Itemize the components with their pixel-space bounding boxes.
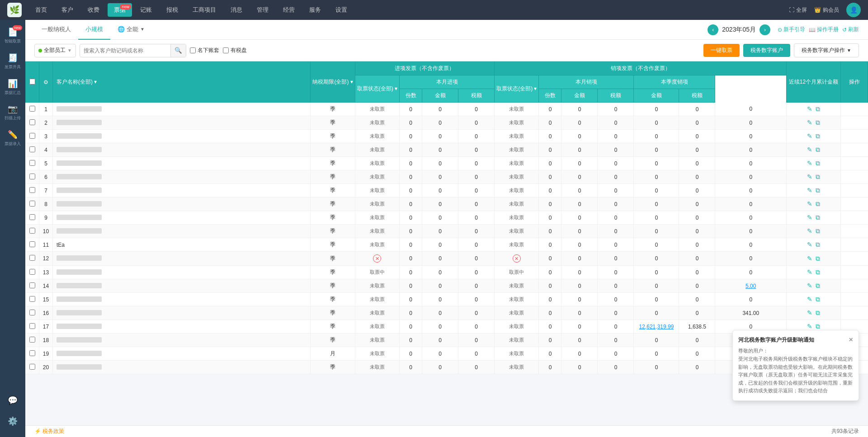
sidebar-bottom-settings[interactable]: ⚙️ [1,413,24,430]
sidebar-bottom-message[interactable]: 💬 [1,392,24,409]
header-customer-name[interactable]: 客户名称(全部) ▾ [53,62,311,103]
copy-icon[interactable]: ⧉ [816,296,820,303]
refresh-link[interactable]: ↺ 刷新 [842,26,859,33]
guide-link[interactable]: ⊙ 新手引导 [778,26,805,33]
header-in-status[interactable]: 取票状态(全部) ▾ [355,75,399,103]
edit-icon[interactable]: ✎ [807,255,812,262]
user-avatar[interactable]: 👤 [846,3,861,17]
quick-invoice-button[interactable]: 一键取票 [703,44,740,57]
row-checkbox[interactable] [29,241,35,247]
nav-tax[interactable]: 报税 [160,3,184,17]
row-checkbox[interactable] [29,228,35,234]
copy-icon[interactable]: ⧉ [816,282,820,289]
subledger-checkbox[interactable] [190,47,196,53]
edit-icon[interactable]: ✎ [807,241,812,248]
copy-icon[interactable]: ⧉ [816,187,820,194]
search-input[interactable] [80,46,170,56]
copy-icon[interactable]: ⧉ [816,160,820,167]
copy-icon[interactable]: ⧉ [816,132,820,140]
period-prev-button[interactable]: ‹ [708,24,718,35]
nav-management[interactable]: 管理 [250,3,275,17]
row-checkbox[interactable] [29,323,35,329]
search-button[interactable]: 🔍 [170,44,186,57]
tab-small-scale[interactable]: 小规模 [78,20,110,40]
copy-icon[interactable]: ⧉ [816,105,820,113]
cumulative-link[interactable]: 5.00 [745,283,756,289]
row-checkbox[interactable] [29,310,35,315]
edit-icon[interactable]: ✎ [807,323,812,330]
edit-icon[interactable]: ✎ [807,268,812,276]
edit-icon[interactable]: ✎ [807,187,812,194]
notif-close-button[interactable]: ✕ [849,336,853,344]
copy-icon[interactable]: ⧉ [816,146,820,153]
manual-link[interactable]: 📖 操作手册 [809,26,839,33]
copy-icon[interactable]: ⧉ [816,268,820,276]
nav-customer[interactable]: 客户 [55,3,80,17]
edit-icon[interactable]: ✎ [807,200,812,207]
row-checkbox[interactable] [29,187,35,193]
copy-icon[interactable]: ⧉ [816,214,820,221]
row-checkbox[interactable] [29,160,35,166]
row-checkbox[interactable] [29,106,35,112]
header-tax-period[interactable]: 纳税期限(全部) ▾ [311,62,355,103]
row-checkbox[interactable] [29,214,35,220]
nav-invoice[interactable]: 票据 new [108,3,132,17]
tab-general-taxpayer[interactable]: 一般纳税人 [34,20,78,40]
sidebar-item-open-invoice[interactable]: 🧾 发票开具 [1,49,24,73]
row-checkbox[interactable] [29,269,35,275]
copy-icon[interactable]: ⧉ [816,119,820,126]
nav-operation[interactable]: 经营 [277,3,301,17]
edit-icon[interactable]: ✎ [807,105,812,113]
sidebar-item-scan[interactable]: 📷 扫描上传 [1,100,24,124]
tab-all-capable[interactable]: 🌐 全能 ▼ [110,20,152,40]
nav-home[interactable]: 首页 [29,3,53,17]
edit-icon[interactable]: ✎ [807,309,812,316]
period-next-button[interactable]: › [760,24,770,35]
row-checkbox[interactable] [29,119,35,125]
taxdisk-checkbox-label[interactable]: 有税盘 [223,47,247,54]
edit-icon[interactable]: ✎ [807,214,812,221]
row-checkbox[interactable] [29,255,35,261]
nav-message[interactable]: 消息 [224,3,249,17]
edit-icon[interactable]: ✎ [807,227,812,235]
sidebar-item-summary[interactable]: 📊 票据汇总 [1,75,24,99]
row-checkbox[interactable] [29,364,35,370]
sidebar-item-smart-invoice[interactable]: 📄 智能取票 new [1,23,24,47]
copy-icon[interactable]: ⧉ [816,309,820,316]
row-checkbox[interactable] [29,337,35,343]
tax-digital-button[interactable]: 税务数字账户 [743,44,790,57]
fullscreen-btn[interactable]: ⛶ 全屏 [789,6,807,14]
header-out-status[interactable]: 取票状态(全部) ▾ [495,75,539,103]
edit-icon[interactable]: ✎ [807,296,812,303]
row-checkbox[interactable] [29,133,35,139]
row-checkbox[interactable] [29,282,35,288]
select-all-checkbox[interactable] [29,79,35,85]
member-btn[interactable]: 👑 购会员 [814,6,839,14]
edit-icon[interactable]: ✎ [807,146,812,153]
row-checkbox[interactable] [29,296,35,302]
edit-icon[interactable]: ✎ [807,132,812,140]
nav-settings[interactable]: 设置 [329,3,354,17]
edit-icon[interactable]: ✎ [807,119,812,126]
tax-ops-button[interactable]: 税务数字账户操作 ▼ [794,43,859,57]
copy-icon[interactable]: ⧉ [816,255,820,262]
sidebar-item-entry[interactable]: ✏️ 票据录入 [1,126,24,150]
nav-bookkeeping[interactable]: 记账 [134,3,158,17]
nav-business[interactable]: 工商项目 [186,3,222,17]
copy-icon[interactable]: ⧉ [816,323,820,330]
employee-filter-select[interactable]: 全部员工 ▼ [34,44,76,57]
row-checkbox[interactable] [29,201,35,207]
nav-service[interactable]: 服务 [303,3,327,17]
nav-billing[interactable]: 收费 [81,3,106,17]
copy-icon[interactable]: ⧉ [816,200,820,207]
edit-icon[interactable]: ✎ [807,282,812,289]
copy-icon[interactable]: ⧉ [816,227,820,235]
subledger-checkbox-label[interactable]: 名下账套 [190,47,219,54]
copy-icon[interactable]: ⧉ [816,241,820,248]
copy-icon[interactable]: ⧉ [816,173,820,180]
edit-icon[interactable]: ✎ [807,160,812,167]
taxdisk-checkbox[interactable] [223,47,229,53]
tax-policy-link[interactable]: ⚡ 税务政策 [34,428,64,434]
edit-icon[interactable]: ✎ [807,173,812,180]
quarter-amount-link[interactable]: 12,621,319.99 [639,324,674,330]
